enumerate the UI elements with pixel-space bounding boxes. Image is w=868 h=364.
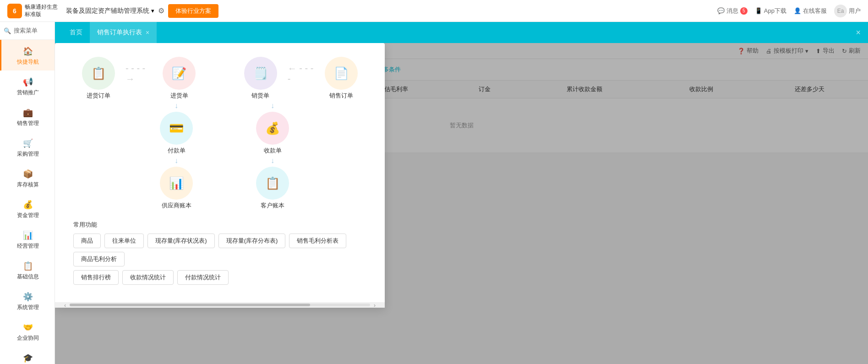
supplier-account-node[interactable]: 📊 供应商账本 [147,167,206,210]
payment-slip-node[interactable]: 💳 付款单 [147,112,206,155]
customer-account-circle[interactable]: 📋 [256,167,289,200]
purchase-order-label: 进货订单 [87,92,110,100]
purchase-order-circle[interactable]: 📋 [82,57,115,90]
sales-invoice-node[interactable]: 🗒️ 销货单 [235,57,286,100]
func-btn-stock-dist[interactable]: 现存量(库存分布表) [218,234,286,248]
sidebar-item-enterprise[interactable]: 🤝 企业协同 [0,316,55,347]
service-icon: 👤 [794,7,801,14]
func-btn-receipt-stat[interactable]: 收款情况统计 [122,270,174,285]
sidebar-item-label: 企业协同 [17,334,39,342]
customer-account-label: 客户账本 [261,201,284,210]
scrollbar-thumb [70,304,310,306]
download-icon: 📱 [755,7,762,14]
sidebar-item-label: 库存核算 [17,181,39,189]
flow-diagram: 📋 进货订单 - - - - → 📝 进货单 [73,57,366,210]
page-content: ❓ 帮助 🖨 按模板打印 ▾ ⬆ 导出 ↻ 刷新 [55,43,868,364]
sidebar-item-guide[interactable]: 🎓 新手引导 [0,347,55,364]
user-action[interactable]: Ea 用户 [834,5,861,17]
payment-slip-circle[interactable]: 💳 [160,112,193,145]
settings-button[interactable]: ⚙ [158,6,164,15]
operations-icon: 📊 [23,230,33,240]
sidebar-item-operations[interactable]: 📊 经营管理 [0,224,55,255]
sales-order-circle[interactable]: 📄 [325,57,358,90]
sidebar-item-quick-nav[interactable]: 🏠 快捷导航 [0,40,55,71]
purchase-order-node[interactable]: 📋 进货订单 [73,57,124,100]
purchase-icon: 🛒 [23,138,33,148]
online-service-action[interactable]: 👤 在线客服 [794,7,827,15]
sidebar-item-sales[interactable]: 💼 销售管理 [0,101,55,132]
func-btn-product-margin[interactable]: 商品毛利分析 [73,252,125,266]
enterprise-icon: 🤝 [23,322,33,332]
header-left: 6 畅康通好生意 标准版 装备及固定资产辅助管理系统 ▾ ⚙ 体验行业方案 [7,4,218,18]
customer-account-node[interactable]: 📋 客户账本 [243,167,302,210]
func-btn-sales-margin[interactable]: 销售毛利分析表 [289,234,346,248]
receipt-slip-label: 收款单 [264,147,282,155]
try-button[interactable]: 体验行业方案 [168,4,218,18]
purchase-invoice-node[interactable]: 📝 进货单 [154,57,204,100]
func-btn-product[interactable]: 商品 [73,234,101,248]
app-download-action[interactable]: 📱 App下载 [755,7,786,15]
nav-tabs: 首页 销售订单执行表 × [62,22,157,43]
finance-icon: 💰 [23,200,33,210]
arrow-left-1: ← - - - - [288,63,314,93]
search-icon: 🔍 [4,27,11,34]
receipt-slip-circle[interactable]: 💰 [256,112,289,145]
system-title-dropdown[interactable]: 装备及固定资产辅助管理系统 ▾ [66,7,154,15]
purchase-invoice-label: 进货单 [170,92,188,100]
scroll-right-icon[interactable]: › [374,302,376,309]
tab-close-icon[interactable]: × [146,29,149,36]
main-layout: 🔍 搜索菜单 🏠 快捷导航 📢 营销推广 💼 销售管理 🛒 采购管理 📦 [0,22,868,364]
func-btn-counterparty[interactable]: 往来单位 [104,234,144,248]
func-btn-payment-stat[interactable]: 付款情况统计 [177,270,229,285]
supplier-account-circle[interactable]: 📊 [160,167,193,200]
sidebar-search[interactable]: 🔍 搜索菜单 [0,22,55,40]
message-action[interactable]: 💬 消息 5 [717,7,748,15]
sidebar-item-inventory[interactable]: 📦 库存核算 [0,163,55,193]
sidebar-item-finance[interactable]: 💰 资金管理 [0,193,55,224]
tab-home[interactable]: 首页 [62,22,90,43]
message-badge: 5 [740,7,748,15]
sidebar-item-marketing[interactable]: 📢 营销推广 [0,71,55,101]
close-all-tabs-button[interactable]: × [856,28,861,38]
logo-icon: 6 [7,4,22,18]
basic-info-icon: 📋 [23,261,33,271]
sidebar: 🔍 搜索菜单 🏠 快捷导航 📢 营销推广 💼 销售管理 🛒 采购管理 📦 [0,22,55,364]
guide-icon: 🎓 [23,353,33,363]
user-avatar: Ea [834,5,847,17]
arrow-down-left: ↓ [147,102,206,110]
sidebar-item-label: 经营管理 [17,242,39,250]
sales-order-label: 销售订单 [329,92,353,100]
sales-order-node[interactable]: 📄 销售订单 [316,57,366,100]
system-icon: ⚙️ [23,292,33,302]
arrow-right-1: - - - - → [126,63,152,93]
purchase-invoice-circle[interactable]: 📝 [163,57,196,90]
spacer7 [73,157,133,165]
overlay[interactable]: 📋 进货订单 - - - - → 📝 进货单 [55,43,868,364]
dropdown-arrow-icon: ▾ [151,7,154,14]
flow-modal-body: 📋 进货订单 - - - - → 📝 进货单 [55,43,385,302]
spacer9 [206,157,243,165]
func-btn-stock-status[interactable]: 现存量(库存状况表) [147,234,215,248]
sales-invoice-circle[interactable]: 🗒️ [244,57,277,90]
sidebar-item-label: 快捷导航 [17,58,39,66]
scrollbar-track[interactable] [70,304,370,306]
func-btn-sales-rank[interactable]: 销售排行榜 [73,270,119,285]
sidebar-item-label: 采购管理 [17,150,39,158]
sidebar-item-label: 系统管理 [17,304,39,311]
header-right: 💬 消息 5 📱 App下载 👤 在线客服 Ea 用户 [717,5,861,17]
sidebar-item-label: 资金管理 [17,212,39,219]
modal-scrollbar: ‹ › [55,302,385,308]
sidebar-item-basic-info[interactable]: 📋 基础信息 [0,255,55,285]
receipt-slip-node[interactable]: 💰 收款单 [243,112,302,155]
scroll-left-icon[interactable]: ‹ [64,302,66,309]
common-functions: 常用功能 商品 往来单位 现存量(库存状况表) 现存量(库存分布表) 销售毛利分… [73,221,366,293]
sidebar-item-purchase[interactable]: 🛒 采购管理 [0,132,55,163]
arrow-down-receipt: ↓ [243,157,302,165]
message-icon: 💬 [717,7,725,14]
arrow-down-right: ↓ [243,102,302,110]
sidebar-item-system[interactable]: ⚙️ 系统管理 [0,285,55,316]
arrow-down-pay: ↓ [147,157,206,165]
sidebar-item-label: 营销推广 [17,89,39,97]
tab-sales-exec[interactable]: 销售订单执行表 × [90,22,157,43]
sales-icon: 💼 [23,108,33,118]
